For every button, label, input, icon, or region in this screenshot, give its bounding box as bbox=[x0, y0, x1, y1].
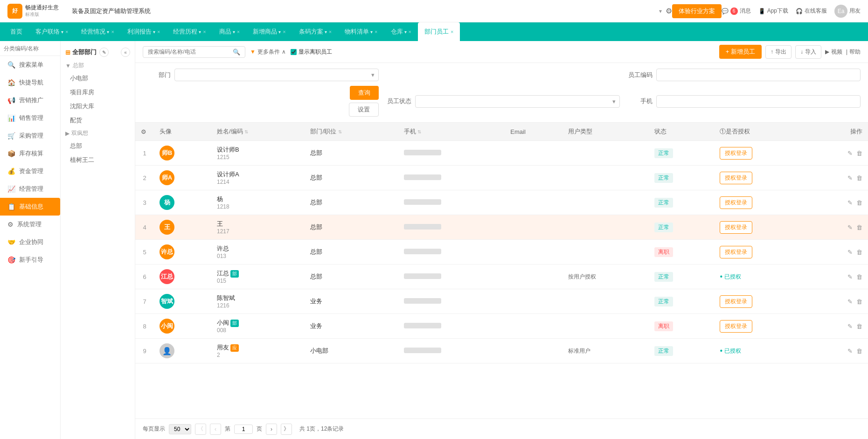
empstatus-select[interactable]: ▾ bbox=[415, 95, 619, 108]
phone-input[interactable] bbox=[656, 95, 861, 108]
delete-icon[interactable]: 🗑 bbox=[856, 150, 862, 157]
col-settings[interactable]: ⚙ bbox=[135, 123, 154, 141]
query-button[interactable]: 查询 bbox=[350, 86, 379, 100]
prev-page-btn[interactable]: ‹ bbox=[210, 424, 221, 435]
edit-icon[interactable]: ✎ bbox=[847, 199, 853, 206]
edit-icon[interactable]: ✎ bbox=[847, 224, 853, 231]
auth-login-button[interactable]: 授权登录 bbox=[720, 172, 752, 184]
tab-profit[interactable]: 利润报告 ▾× bbox=[121, 22, 167, 41]
edit-icon[interactable]: ✎ bbox=[847, 174, 853, 181]
auth-login-button[interactable]: 授权登录 bbox=[720, 147, 752, 160]
main-layout: 🔍 🔍 搜索菜单 🏠 快捷导航 📢 营销推广 📊 销售管理 🛒 采购管理 📦 库… bbox=[0, 41, 868, 439]
tree-item-zhishu[interactable]: 植树王二 bbox=[61, 153, 135, 167]
tab-history[interactable]: 经营历程 ▾× bbox=[167, 22, 212, 41]
app-download-button[interactable]: 📱 App下载 bbox=[758, 7, 788, 15]
sidebar-item-inventory[interactable]: 📦 库存核算 bbox=[0, 145, 60, 162]
sidebar-item-system[interactable]: ⚙ 系统管理 bbox=[0, 216, 60, 233]
empcode-input[interactable] bbox=[656, 69, 861, 81]
show-resigned-checkbox[interactable] bbox=[291, 49, 297, 55]
tree-item-general-hq[interactable]: 总部 bbox=[61, 139, 135, 153]
add-employee-button[interactable]: + 新增员工 bbox=[719, 45, 762, 59]
tree-group-general[interactable]: ▼ 总部 bbox=[61, 60, 135, 71]
delete-icon[interactable]: 🗑 bbox=[856, 199, 862, 206]
sidebar-item-nav[interactable]: 🏠 快捷导航 bbox=[0, 74, 60, 91]
tab-barcode[interactable]: 条码方案 ▾× bbox=[292, 22, 338, 41]
tab-goods[interactable]: 商品 ▾× bbox=[213, 22, 246, 41]
table-row: 9 👤 用友应 2 小电部 标准用户 正常 已授权 ✎ 🗑 bbox=[135, 339, 868, 363]
tree-item-shenyang[interactable]: 沈阳大库 bbox=[61, 99, 135, 113]
last-page-btn[interactable]: 》 bbox=[281, 424, 292, 435]
sidebar-search-input[interactable] bbox=[4, 45, 61, 52]
tab-operations[interactable]: 经营情况 ▾× bbox=[75, 22, 120, 41]
edit-icon[interactable]: ✎ bbox=[847, 273, 853, 280]
tab-new-goods[interactable]: 新增商品 ▾× bbox=[246, 22, 292, 41]
col-dept[interactable]: 部门/职位 ⇅ bbox=[305, 123, 398, 141]
online-service-button[interactable]: 🎧 在线客服 bbox=[796, 7, 827, 15]
sidebar-item-finance[interactable]: 💰 资金管理 bbox=[0, 162, 60, 180]
edit-icon[interactable]: ✎ bbox=[847, 150, 853, 157]
tab-home[interactable]: 首页 bbox=[4, 22, 29, 41]
export-button[interactable]: ↑ 导出 bbox=[765, 45, 792, 59]
col-avatar: 头像 bbox=[154, 123, 211, 141]
video-btn[interactable]: ▶ 视频 bbox=[825, 48, 842, 56]
col-phone[interactable]: 手机 ⇅ bbox=[398, 123, 505, 141]
auth-login-button[interactable]: 授权登录 bbox=[720, 295, 752, 308]
auth-login-button[interactable]: 授权登录 bbox=[720, 221, 752, 234]
user-name: 用友 bbox=[849, 7, 861, 15]
tab-dept-staff[interactable]: 部门员工× bbox=[418, 22, 460, 41]
delete-icon[interactable]: 🗑 bbox=[856, 249, 862, 256]
sidebar-item-basic-info[interactable]: 📋 基础信息 bbox=[0, 198, 60, 216]
tree-item-delivery[interactable]: 配货 bbox=[61, 113, 135, 127]
gear-icon[interactable]: ⚙ bbox=[666, 7, 672, 15]
edit-icon[interactable]: ✎ bbox=[847, 323, 853, 330]
tree-item-project[interactable]: 项目库房 bbox=[61, 85, 135, 99]
edit-tree-btn[interactable]: ✎ bbox=[99, 48, 109, 57]
sidebar-item-search[interactable]: 🔍 搜索菜单 bbox=[0, 56, 60, 74]
experience-button[interactable]: 体验行业方案 bbox=[672, 4, 722, 18]
next-page-btn[interactable]: › bbox=[266, 424, 277, 435]
import-icon: ↓ bbox=[800, 49, 803, 55]
page-input[interactable] bbox=[234, 425, 253, 434]
sidebar-item-guide[interactable]: 🎯 新手引导 bbox=[0, 251, 60, 269]
show-resigned-label[interactable]: 显示离职员工 bbox=[291, 48, 332, 56]
message-button[interactable]: 💬 6 消息 bbox=[722, 7, 751, 15]
tree-item-xiaodian[interactable]: 小电部 bbox=[61, 71, 135, 85]
sidebar-item-collab[interactable]: 🤝 企业协同 bbox=[0, 233, 60, 251]
auth-login-button[interactable]: 授权登录 bbox=[720, 246, 752, 258]
tab-customers[interactable]: 客户联络 ▾× bbox=[29, 22, 75, 41]
delete-icon[interactable]: 🗑 bbox=[856, 174, 862, 181]
employee-table: ⚙ 头像 姓名/编码 ⇅ 部门/职位 ⇅ 手机 ⇅ Email bbox=[135, 123, 868, 363]
col-name[interactable]: 姓名/编码 ⇅ bbox=[211, 123, 305, 141]
reset-button[interactable]: 设置 bbox=[349, 103, 379, 117]
tab-warehouse[interactable]: 仓库 ▾× bbox=[384, 22, 418, 41]
user-menu[interactable]: Ea 用友 bbox=[834, 5, 861, 18]
delete-icon[interactable]: 🗑 bbox=[856, 348, 862, 355]
dept-select[interactable]: ▾ bbox=[174, 69, 379, 81]
sidebar-item-purchase[interactable]: 🛒 采购管理 bbox=[0, 127, 60, 145]
edit-icon[interactable]: ✎ bbox=[847, 298, 853, 305]
search-input[interactable] bbox=[148, 49, 233, 55]
row-name: 王 1217 bbox=[211, 215, 305, 240]
tree-group-double[interactable]: ▶ 双疯想 bbox=[61, 127, 135, 139]
delete-icon[interactable]: 🗑 bbox=[856, 298, 862, 305]
collapse-tree-btn[interactable]: « bbox=[121, 48, 130, 57]
sidebar-item-marketing[interactable]: 📢 营销推广 bbox=[0, 91, 60, 109]
auth-login-button[interactable]: 授权登录 bbox=[720, 196, 752, 209]
edit-icon[interactable]: ✎ bbox=[847, 348, 853, 355]
tab-bom[interactable]: 物料清单 ▾× bbox=[338, 22, 384, 41]
per-page-select[interactable]: 50 bbox=[169, 424, 191, 434]
system-dropdown-arrow[interactable]: ▾ bbox=[659, 8, 662, 14]
row-status: 离职 bbox=[649, 240, 715, 265]
sidebar-item-operations[interactable]: 📈 经营管理 bbox=[0, 180, 60, 198]
row-phone bbox=[398, 314, 505, 339]
edit-icon[interactable]: ✎ bbox=[847, 249, 853, 256]
delete-icon[interactable]: 🗑 bbox=[856, 273, 862, 280]
auth-login-button[interactable]: 授权登录 bbox=[720, 320, 752, 333]
delete-icon[interactable]: 🗑 bbox=[856, 224, 862, 231]
first-page-btn[interactable]: 《 bbox=[195, 424, 206, 435]
delete-icon[interactable]: 🗑 bbox=[856, 323, 862, 330]
help-btn[interactable]: | 帮助 bbox=[846, 48, 861, 56]
sidebar-item-sales[interactable]: 📊 销售管理 bbox=[0, 109, 60, 127]
more-conditions-btn[interactable]: ▼ 更多条件 ∧ bbox=[250, 48, 286, 56]
import-button[interactable]: ↓ 导入 bbox=[795, 45, 821, 59]
